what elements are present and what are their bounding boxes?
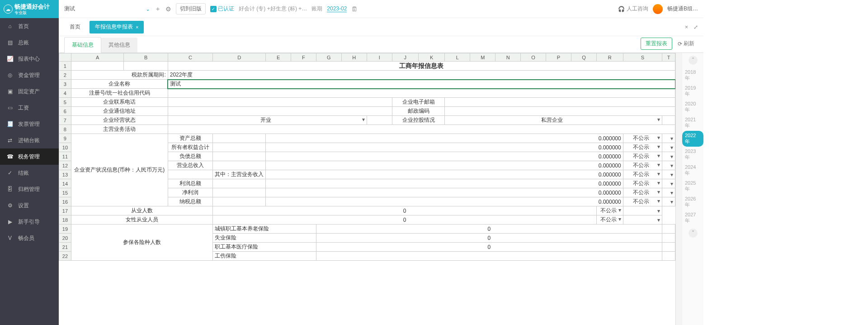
sidebar-item-close[interactable]: ✓结账 — [0, 165, 59, 181]
year-down-icon[interactable]: ˅ — [689, 229, 698, 238]
col-[interactable] — [59, 53, 71, 62]
year-2019年[interactable]: 2019年 — [682, 83, 703, 99]
col-L[interactable]: L — [445, 53, 470, 62]
col-K[interactable]: K — [419, 53, 445, 62]
tax-icon: ☎ — [6, 153, 14, 160]
brand-name: 畅捷通好会计 — [14, 3, 50, 11]
year-2027年[interactable]: 2027年 — [682, 210, 703, 226]
sidebar-item-salary[interactable]: ▭工资 — [0, 100, 59, 116]
col-Q[interactable]: Q — [571, 53, 596, 62]
period-selector[interactable]: 2023-02 — [327, 5, 347, 12]
sidebar-item-report[interactable]: 📈报表中心 — [0, 51, 59, 67]
sidebar-item-invoice[interactable]: 🧾发票管理 — [0, 116, 59, 132]
avatar[interactable] — [653, 4, 663, 14]
sidebar-item-asset[interactable]: ▣固定资产 — [0, 83, 59, 100]
sidebar-item-label: 发票管理 — [18, 120, 40, 128]
subtab-other[interactable]: 其他信息 — [101, 38, 137, 53]
cloud-icon: ☁ — [4, 5, 13, 14]
sidebar-item-tax[interactable]: ☎税务管理 — [0, 148, 59, 165]
col-N[interactable]: N — [495, 53, 521, 62]
col-P[interactable]: P — [546, 53, 571, 62]
col-R[interactable]: R — [596, 53, 623, 62]
year-2024年[interactable]: 2024年 — [682, 162, 703, 178]
gear-icon[interactable]: ⚙ — [165, 5, 171, 13]
col-T[interactable]: T — [662, 53, 675, 62]
customer-service[interactable]: 🎧人工咨询 — [618, 5, 648, 13]
business-status[interactable]: 开业 — [168, 116, 367, 125]
close-icon: ✓ — [6, 169, 14, 177]
topbar: 测试⌄ ＋ ⚙ 切到旧版 ✓ 已认证 好会计 (专) +好生意 (标) +… 账… — [59, 0, 703, 18]
refresh-icon: ⟳ — [678, 41, 682, 47]
subtab-basic[interactable]: 基础信息 — [64, 37, 101, 53]
year-2023年[interactable]: 2023年 — [682, 147, 703, 162]
add-icon[interactable]: ＋ — [155, 5, 161, 13]
company-name-cell[interactable]: 测试 — [168, 80, 675, 89]
refresh-button[interactable]: ⟳刷新 — [678, 40, 694, 48]
sidebar-item-label: 归档管理 — [18, 186, 40, 193]
col-O[interactable]: O — [521, 53, 546, 62]
col-D[interactable]: D — [213, 53, 266, 62]
col-A[interactable]: A — [71, 53, 124, 62]
tab-home[interactable]: 首页 — [64, 21, 86, 33]
asset-icon: ▣ — [6, 88, 14, 95]
sidebar-item-home[interactable]: ⌂首页 — [0, 18, 59, 34]
asset-group[interactable]: 企业资产状况信息(币种：人民币万元) — [71, 134, 168, 206]
expand-icon[interactable]: ⤢ — [693, 24, 698, 30]
sidebar-item-label: 资金管理 — [18, 72, 40, 79]
headset-icon: 🎧 — [618, 6, 625, 12]
spreadsheet[interactable]: ABCDEFGHIJKLMNOPQRST1工商年报信息表2税款所属期间:2022… — [59, 53, 675, 325]
sheet-title[interactable]: 工商年报信息表 — [168, 62, 675, 71]
sidebar-item-ledger[interactable]: ▤总账 — [0, 34, 59, 51]
vip-icon: V — [6, 234, 14, 242]
col-J[interactable]: J — [392, 53, 418, 62]
home-icon: ⌂ — [6, 23, 14, 30]
close-icon[interactable]: × — [136, 24, 138, 30]
guide-icon: ▶ — [6, 218, 14, 225]
sidebar-item-guide[interactable]: ▶新手引导 — [0, 214, 59, 230]
sidebar-item-label: 总账 — [18, 39, 29, 47]
year-2025年[interactable]: 2025年 — [682, 178, 703, 194]
insurance-group[interactable]: 参保各险种人数 — [71, 225, 212, 261]
sidebar-item-archive[interactable]: 🗄归档管理 — [0, 181, 59, 197]
col-B[interactable]: B — [124, 53, 168, 62]
year-2021年[interactable]: 2021年 — [682, 115, 703, 131]
sidebar-item-vip[interactable]: V畅会员 — [0, 230, 59, 246]
sidebar-item-label: 首页 — [18, 23, 29, 30]
col-M[interactable]: M — [470, 53, 495, 62]
year-2022年[interactable]: 2022年 — [682, 131, 703, 147]
sidebar-item-label: 固定资产 — [18, 88, 40, 96]
holding-type[interactable]: 私营企业 — [445, 116, 662, 125]
col-I[interactable]: I — [367, 53, 392, 62]
period-label-cell[interactable]: 税款所属期间: — [71, 71, 168, 80]
calendar-icon[interactable]: 🗓 — [351, 5, 358, 13]
sidebar-item-label: 报表中心 — [18, 55, 40, 63]
year-up-icon[interactable]: ˄ — [689, 56, 698, 65]
col-E[interactable]: E — [266, 53, 291, 62]
period-value-cell[interactable]: 2022年度 — [168, 71, 675, 80]
reset-button[interactable]: 重置报表 — [641, 38, 672, 50]
col-G[interactable]: G — [316, 53, 341, 62]
col-C[interactable]: C — [168, 53, 212, 62]
sidebar-item-inventory[interactable]: ⇄进销台账 — [0, 132, 59, 148]
switch-old-button[interactable]: 切到旧版 — [176, 3, 206, 14]
inventory-icon: ⇄ — [6, 137, 14, 144]
sidebar-item-label: 进销台账 — [18, 137, 40, 144]
year-2026年[interactable]: 2026年 — [682, 194, 703, 210]
company-selector[interactable]: 测试⌄ — [64, 3, 150, 15]
tab-annual-report[interactable]: 年报信息申报表× — [90, 21, 144, 33]
year-2018年[interactable]: 2018年 — [682, 67, 703, 83]
close-all-icon[interactable]: × — [685, 24, 688, 30]
brand-logo: ☁ 畅捷通好会计 专业版 — [0, 0, 59, 18]
verified-badge: ✓ 已认证 — [210, 5, 234, 13]
vertical-scrollbar[interactable] — [675, 53, 682, 325]
report-icon: 📈 — [6, 55, 14, 62]
year-rail: ˄ 2018年2019年2020年2021年2022年2023年2024年202… — [682, 53, 703, 325]
sidebar-item-settings[interactable]: ⚙设置 — [0, 197, 59, 214]
col-S[interactable]: S — [623, 53, 662, 62]
year-2020年[interactable]: 2020年 — [682, 99, 703, 115]
product-name: 好会计 (专) +好生意 (标) +… — [239, 5, 307, 13]
sub-tabs: 基础信息 其他信息 重置报表 ⟳刷新 — [59, 36, 703, 53]
sidebar-item-fund[interactable]: ◎资金管理 — [0, 67, 59, 83]
col-F[interactable]: F — [291, 53, 316, 62]
col-H[interactable]: H — [341, 53, 367, 62]
